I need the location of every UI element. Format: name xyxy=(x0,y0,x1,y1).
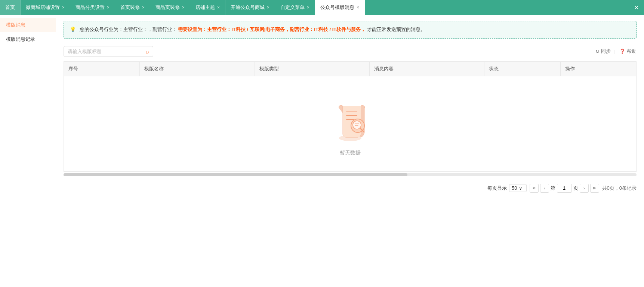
first-page-button[interactable]: ⊲ xyxy=(530,184,539,193)
tab-item-3[interactable]: 首页装修× xyxy=(115,0,150,15)
tab-close-5[interactable]: × xyxy=(217,5,220,10)
tab-close-4[interactable]: × xyxy=(182,5,185,10)
page-total: 共0页，0条记录 xyxy=(602,185,637,192)
page-label: 第 xyxy=(551,185,555,192)
tab-close-6[interactable]: × xyxy=(267,5,269,10)
table-body: 暂无数据 xyxy=(64,76,637,171)
chevron-down-icon: ∨ xyxy=(519,185,523,191)
empty-text: 暂无数据 xyxy=(340,150,361,156)
help-label: 帮助 xyxy=(627,48,637,55)
tab-close-3[interactable]: × xyxy=(142,5,145,10)
search-icon[interactable]: ⌕ xyxy=(146,48,149,55)
empty-row: 暂无数据 xyxy=(64,76,637,171)
table-header-4: 状态 xyxy=(484,61,560,76)
table-header-row: 序号模版名称模版类型消息内容状态操作 xyxy=(64,61,637,76)
tab-item-1[interactable]: 微商城店铺设置× xyxy=(21,0,70,15)
tab-item-7[interactable]: 自定义菜单× xyxy=(275,0,315,15)
content-area: 💡 您的公众号行业为：主营行业：，副营行业： 需要设置为：主营行业：IT科技 /… xyxy=(56,15,644,287)
notice-box: 💡 您的公众号行业为：主营行业：，副营行业： 需要设置为：主营行业：IT科技 /… xyxy=(64,21,637,39)
page-size-select-box[interactable]: 50 ∨ xyxy=(509,184,526,192)
sync-icon: ↻ xyxy=(595,49,600,54)
page-number-input[interactable] xyxy=(557,184,572,193)
next-page-button[interactable]: › xyxy=(580,184,589,193)
search-actions: ↻ 同步 | ❓ 帮助 xyxy=(595,48,637,55)
sync-button[interactable]: ↻ 同步 xyxy=(595,48,611,55)
tab-item-0[interactable]: 首页 xyxy=(0,0,21,15)
tab-item-2[interactable]: 商品分类设置× xyxy=(70,0,115,15)
page-size-selector: 每页显示 50 ∨ xyxy=(487,184,526,192)
horizontal-scrollbar[interactable] xyxy=(64,173,637,176)
page-unit: 页 xyxy=(573,185,578,192)
search-input[interactable] xyxy=(68,49,146,54)
table-header-2: 模版类型 xyxy=(255,61,369,76)
data-table: 序号模版名称模版类型消息内容状态操作 xyxy=(64,61,637,172)
page-size-label: 每页显示 xyxy=(487,185,507,192)
scrollbar-thumb[interactable] xyxy=(64,173,407,176)
prev-page-button[interactable]: ‹ xyxy=(540,184,549,193)
tab-close-8[interactable]: × xyxy=(357,5,359,10)
tab-close-7[interactable]: × xyxy=(307,5,309,10)
notice-suffix: 才能正常发送预置的消息。 xyxy=(367,27,425,32)
pagination: 每页显示 50 ∨ ⊲ ‹ 第 页 › ⊳ 共0页，0条记录 xyxy=(64,179,637,193)
table-header-0: 序号 xyxy=(64,61,140,76)
notice-highlight: 需要设置为：主营行业：IT科技 / 互联网|电子商务，副营行业：IT科技 / I… xyxy=(178,27,366,32)
tab-item-4[interactable]: 商品页装修× xyxy=(150,0,190,15)
empty-illustration xyxy=(328,99,373,144)
action-divider: | xyxy=(614,49,616,54)
tab-item-5[interactable]: 店铺主题× xyxy=(190,0,225,15)
sidebar: 模版消息模版消息记录 xyxy=(0,15,56,287)
tab-item-8[interactable]: 公众号模版消息× xyxy=(315,0,365,15)
table-header-3: 消息内容 xyxy=(369,61,484,76)
page-size-value: 50 xyxy=(512,185,517,191)
last-page-button[interactable]: ⊳ xyxy=(590,184,599,193)
help-icon: ❓ xyxy=(619,49,625,54)
sidebar-item-1[interactable]: 模版消息记录 xyxy=(0,32,56,46)
search-bar: ⌕ ↻ 同步 | ❓ 帮助 xyxy=(64,46,637,57)
tab-close-1[interactable]: × xyxy=(62,5,65,10)
page-navigation: ⊲ ‹ 第 页 › ⊳ xyxy=(530,184,599,193)
sync-label: 同步 xyxy=(601,48,611,55)
search-input-wrap[interactable]: ⌕ xyxy=(64,46,153,57)
table-header-1: 模版名称 xyxy=(140,61,255,76)
sidebar-item-0[interactable]: 模版消息 xyxy=(0,18,56,32)
tab-close-2[interactable]: × xyxy=(107,5,110,10)
table-head: 序号模版名称模版类型消息内容状态操作 xyxy=(64,61,637,76)
notice-prefix: 您的公众号行业为：主营行业：，副营行业： xyxy=(80,27,177,32)
table-header-5: 操作 xyxy=(560,61,637,76)
help-button[interactable]: ❓ 帮助 xyxy=(619,48,637,55)
table-container: 序号模版名称模版类型消息内容状态操作 xyxy=(64,61,637,172)
svg-point-5 xyxy=(353,121,361,129)
notice-icon: 💡 xyxy=(70,27,76,32)
empty-state: 暂无数据 xyxy=(64,76,636,171)
main-layout: 模版消息模版消息记录 💡 您的公众号行业为：主营行业：，副营行业： 需要设置为：… xyxy=(0,15,644,287)
global-close-button[interactable]: ✕ xyxy=(629,4,644,11)
tab-bar: 首页微商城店铺设置×商品分类设置×首页装修×商品页装修×店铺主题×开通公众号商城… xyxy=(0,0,644,15)
tab-item-6[interactable]: 开通公众号商城× xyxy=(225,0,275,15)
